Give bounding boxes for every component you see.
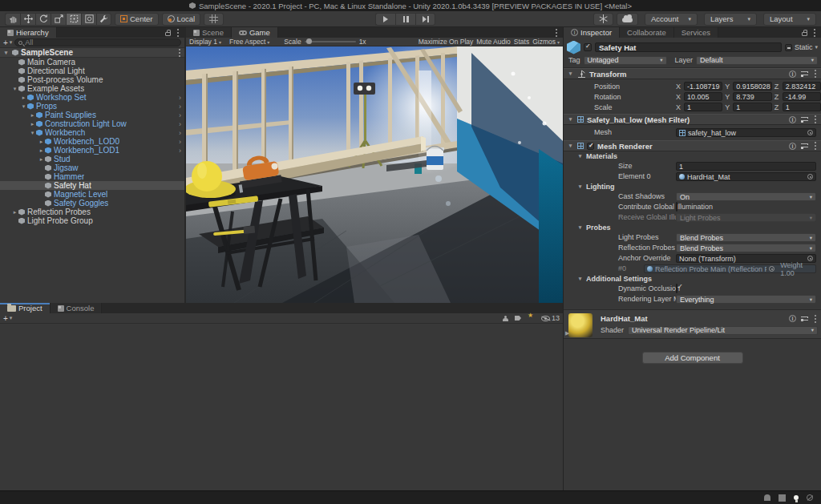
- component-enabled-checkbox[interactable]: [587, 143, 594, 150]
- x-field[interactable]: 10.005: [684, 92, 722, 101]
- layers-dropdown[interactable]: Layers: [704, 13, 757, 26]
- tab-inspector[interactable]: Inspector: [564, 27, 620, 38]
- tab-collaborate[interactable]: Collaborate: [620, 27, 674, 38]
- tab-game[interactable]: Game: [232, 27, 278, 38]
- mesh-filter-header[interactable]: ▾ Safety_hat_low (Mesh Filter): [564, 114, 821, 125]
- scale-slider[interactable]: [305, 41, 356, 42]
- bake-status-bulb-icon[interactable]: [794, 495, 799, 500]
- rendering-layer-dropdown[interactable]: Everything: [676, 295, 816, 304]
- hierarchy-item[interactable]: Main Camera: [0, 58, 184, 67]
- gameobject-cube-icon[interactable]: [567, 41, 580, 54]
- hierarchy-item[interactable]: ▸ Workbench_LOD1 ›: [0, 146, 184, 155]
- pivot-local-button[interactable]: Local: [162, 13, 201, 26]
- expand-arrow[interactable]: ▾: [29, 130, 36, 136]
- help-icon[interactable]: [789, 116, 796, 123]
- expand-arrow[interactable]: ▾: [20, 103, 27, 110]
- tab-project[interactable]: Project: [0, 303, 51, 313]
- expand-arrow[interactable]: ▸: [38, 147, 45, 154]
- hierarchy-item[interactable]: ▸ Reflection Probes: [0, 208, 184, 216]
- y-field[interactable]: 8.739: [733, 92, 771, 101]
- pivot-center-button[interactable]: Center: [115, 13, 159, 26]
- hierarchy-item[interactable]: Magnetic Level: [0, 190, 184, 199]
- hierarchy-item[interactable]: Jigsaw: [0, 163, 184, 172]
- z-field[interactable]: 2.832412: [783, 82, 821, 91]
- mesh-object-field[interactable]: safety_hat_low: [676, 128, 816, 137]
- prefab-open-chevron[interactable]: ›: [179, 147, 182, 155]
- expand-arrow[interactable]: ▸: [11, 209, 18, 216]
- lock-icon[interactable]: [165, 32, 171, 36]
- favorites-filter-icon[interactable]: [528, 313, 535, 321]
- expand-arrow[interactable]: ▾: [11, 86, 18, 92]
- z-field[interactable]: 1: [783, 103, 821, 111]
- help-icon[interactable]: [789, 143, 796, 150]
- account-dropdown[interactable]: Account: [645, 13, 698, 26]
- preset-icon[interactable]: [801, 143, 808, 149]
- preview-expander-arrow[interactable]: ▶: [565, 330, 569, 337]
- preset-icon[interactable]: [801, 71, 808, 77]
- static-dropdown[interactable]: Static: [785, 43, 818, 51]
- shader-dropdown[interactable]: Universal Render Pipeline/Lit: [628, 326, 818, 335]
- prefab-open-chevron[interactable]: ›: [179, 129, 182, 137]
- expand-arrow[interactable]: ▸: [29, 121, 36, 127]
- create-object-button[interactable]: +: [3, 38, 12, 47]
- active-checkbox[interactable]: [584, 43, 592, 51]
- object-picker-icon[interactable]: [807, 130, 813, 135]
- panel-menu-icon[interactable]: [556, 32, 557, 34]
- step-button[interactable]: [415, 13, 435, 26]
- tab-scene[interactable]: Scene: [186, 27, 232, 38]
- hierarchy-item[interactable]: ▸ Workbench_LOD0 ›: [0, 137, 184, 146]
- fold-arrow[interactable]: ▾: [567, 116, 574, 123]
- mesh-renderer-header[interactable]: ▾ Mesh Renderer: [564, 140, 821, 151]
- object-picker-icon[interactable]: [807, 174, 813, 179]
- play-button[interactable]: [375, 13, 395, 26]
- custom-tool-button[interactable]: [96, 13, 111, 26]
- component-menu-icon[interactable]: [815, 145, 816, 147]
- expand-arrow[interactable]: ▸: [29, 112, 36, 119]
- prefab-open-chevron[interactable]: ›: [179, 103, 182, 111]
- hierarchy-item[interactable]: ▸ Paint Supplies ›: [0, 111, 184, 119]
- z-field[interactable]: -14.99: [783, 92, 821, 101]
- collab-button[interactable]: [593, 13, 613, 26]
- hierarchy-item[interactable]: Directional Light: [0, 67, 184, 75]
- material-preview-sphere[interactable]: [568, 313, 592, 337]
- activity-indicator-icon[interactable]: [807, 494, 813, 501]
- tag-dropdown[interactable]: Untagged: [584, 56, 667, 65]
- aspect-dropdown[interactable]: Free Aspect: [229, 38, 269, 46]
- help-icon[interactable]: [789, 315, 796, 322]
- x-field[interactable]: -1.108719: [684, 82, 722, 91]
- maximize-on-play-toggle[interactable]: Maximize On Play: [419, 38, 474, 46]
- materials-foldout[interactable]: ▾Materials: [564, 151, 821, 161]
- hierarchy-item[interactable]: ▾ Props ›: [0, 102, 184, 111]
- tab-console[interactable]: Console: [51, 303, 103, 313]
- hierarchy-item[interactable]: Safety Hat: [0, 181, 184, 190]
- probes-foldout[interactable]: ▾Probes: [564, 223, 821, 232]
- hierarchy-item[interactable]: Post-process Volume: [0, 75, 184, 84]
- transform-tool-button[interactable]: [81, 13, 96, 26]
- display-dropdown[interactable]: Display 1: [189, 38, 221, 46]
- frame-debugger-icon[interactable]: [779, 494, 786, 502]
- create-asset-button[interactable]: +: [3, 314, 12, 323]
- dynamic-occlusion-checkbox[interactable]: [676, 284, 677, 293]
- hierarchy-item[interactable]: Safety Goggles: [0, 199, 184, 208]
- reflection-probes-dropdown[interactable]: Blend Probes: [676, 244, 816, 252]
- y-field[interactable]: 0.9158028: [733, 82, 771, 91]
- hierarchy-item[interactable]: ▸ Construction Light Low ›: [0, 119, 184, 128]
- fold-arrow[interactable]: ▾: [567, 143, 574, 149]
- expand-arrow[interactable]: ▸: [38, 156, 45, 163]
- tab-hierarchy[interactable]: Hierarchy: [0, 27, 57, 38]
- mute-audio-toggle[interactable]: Mute Audio: [476, 38, 511, 46]
- scene-header-row[interactable]: ▾ SampleScene: [0, 48, 184, 58]
- prefab-open-chevron[interactable]: ›: [179, 120, 182, 128]
- hierarchy-item[interactable]: ▸ Stud: [0, 155, 184, 163]
- cloud-services-button[interactable]: [617, 13, 638, 26]
- hierarchy-search-input[interactable]: [25, 38, 177, 46]
- panel-menu-icon[interactable]: [177, 32, 179, 34]
- rect-tool-button[interactable]: [66, 13, 81, 26]
- light-probes-dropdown[interactable]: Blend Probes: [676, 233, 816, 242]
- scale-slider-thumb[interactable]: [306, 38, 312, 44]
- cast-shadows-dropdown[interactable]: On: [676, 192, 816, 201]
- element0-object-field[interactable]: HardHat_Mat: [676, 172, 816, 181]
- size-field[interactable]: 1: [676, 162, 816, 171]
- scene-menu-icon[interactable]: [179, 52, 180, 54]
- component-menu-icon[interactable]: [815, 119, 816, 120]
